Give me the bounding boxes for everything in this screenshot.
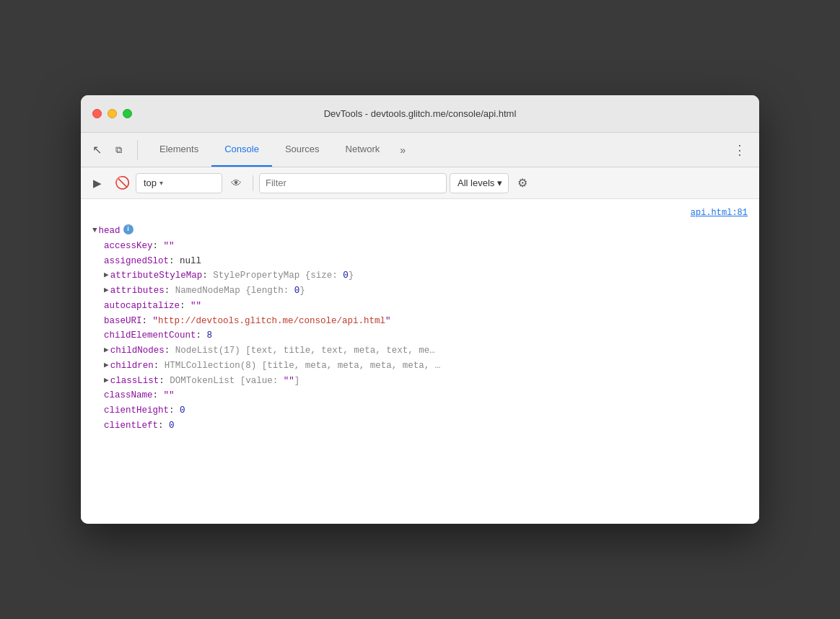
tabs: Elements Console Sources Network » xyxy=(146,133,437,167)
expand-arrow[interactable]: ▼ xyxy=(92,224,97,237)
level-label: All levels xyxy=(458,177,494,188)
tab-more-btn[interactable]: » xyxy=(393,133,413,167)
layers-icon-btn[interactable]: ⧉ xyxy=(108,140,128,160)
ban-btn[interactable]: 🚫 xyxy=(111,172,133,194)
cursor-icon: ↖ xyxy=(92,143,102,157)
eye-icon: 👁 xyxy=(231,177,242,189)
tab-bar: ↖ ⧉ Elements Console Sources Network » xyxy=(81,133,759,167)
toolbar-divider xyxy=(253,175,253,191)
play-icon: ▶ xyxy=(93,177,102,190)
expand-arrow[interactable]: ▶ xyxy=(104,344,109,356)
context-selector[interactable]: top ▾ xyxy=(136,173,222,193)
list-item: autocapitalize: "" xyxy=(81,299,759,314)
list-item: ▶ attributes: NamedNodeMap {length: 0} xyxy=(81,284,759,299)
ban-icon: 🚫 xyxy=(115,175,130,190)
list-item: clientLeft: 0 xyxy=(81,418,759,434)
info-icon[interactable]: i xyxy=(123,224,134,234)
layers-icon: ⧉ xyxy=(115,144,122,156)
list-item: ▶ children: HTMLCollection(8) [title, me… xyxy=(81,359,759,374)
play-btn[interactable]: ▶ xyxy=(87,172,108,194)
tab-elements[interactable]: Elements xyxy=(146,133,211,167)
expand-arrow[interactable]: ▶ xyxy=(104,359,109,372)
list-item: assignedSlot: null xyxy=(81,254,759,269)
level-selector[interactable]: All levels ▾ xyxy=(450,173,509,193)
list-item: ▶ childNodes: NodeList(17) [text, title,… xyxy=(81,343,759,359)
three-dots-icon: ⋮ xyxy=(733,142,746,158)
level-chevron-icon: ▾ xyxy=(497,177,502,188)
expand-arrow[interactable]: ▶ xyxy=(104,374,109,387)
gear-icon: ⚙ xyxy=(517,176,528,190)
filter-input[interactable] xyxy=(259,173,447,193)
list-item: className: "" xyxy=(81,388,759,403)
cursor-icon-btn[interactable]: ↖ xyxy=(87,140,107,160)
list-item: clientHeight: 0 xyxy=(81,403,759,418)
root-object-name: head xyxy=(99,224,121,238)
list-item: ▶ attributeStyleMap: StylePropertyMap {s… xyxy=(81,268,759,284)
tab-icons: ↖ ⧉ xyxy=(87,140,138,160)
file-link[interactable]: api.html:81 xyxy=(81,205,759,224)
tab-network[interactable]: Network xyxy=(333,133,393,167)
list-item: baseURI: "http://devtools.glitch.me/cons… xyxy=(81,314,759,329)
console-root-line: ▼ head i xyxy=(81,224,759,239)
tab-sources[interactable]: Sources xyxy=(272,133,333,167)
context-label: top xyxy=(144,177,157,188)
console-output: api.html:81 ▼ head i accessKey: "" assig… xyxy=(81,199,759,524)
close-button[interactable] xyxy=(92,109,102,118)
settings-btn[interactable]: ⚙ xyxy=(512,172,533,194)
eye-btn[interactable]: 👁 xyxy=(225,172,247,194)
list-item: ▶ classList: DOMTokenList [value: ""] xyxy=(81,374,759,389)
tab-console[interactable]: Console xyxy=(211,133,272,167)
list-item: childElementCount: 8 xyxy=(81,328,759,343)
maximize-button[interactable] xyxy=(123,109,132,118)
list-item: accessKey: "" xyxy=(81,239,759,254)
tab-menu-btn[interactable]: ⋮ xyxy=(726,142,753,158)
window-title: DevTools - devtools.glitch.me/console/ap… xyxy=(324,108,517,119)
title-bar: DevTools - devtools.glitch.me/console/ap… xyxy=(81,95,759,133)
minimize-button[interactable] xyxy=(108,109,117,118)
devtools-window: DevTools - devtools.glitch.me/console/ap… xyxy=(81,95,759,524)
traffic-lights xyxy=(92,109,132,118)
chevron-down-icon: ▾ xyxy=(159,179,163,187)
expand-arrow[interactable]: ▶ xyxy=(104,284,109,297)
expand-arrow[interactable]: ▶ xyxy=(104,269,109,281)
console-toolbar: ▶ 🚫 top ▾ 👁 All levels ▾ ⚙ xyxy=(81,167,759,199)
